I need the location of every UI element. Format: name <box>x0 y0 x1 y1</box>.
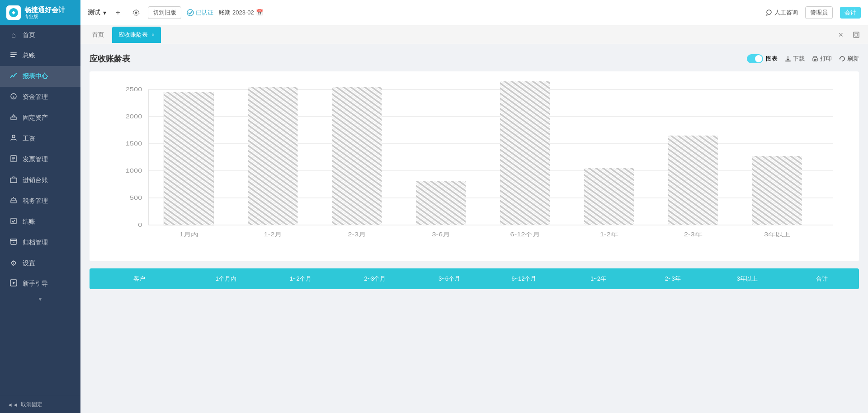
sidebar-item-ledger[interactable]: 总账 <box>0 45 80 66</box>
tab-home[interactable]: 首页 <box>86 27 110 43</box>
print-btn[interactable]: 打印 <box>812 55 832 63</box>
content-inner: 应收账龄表 图表 下载 <box>80 44 868 413</box>
toggle-track[interactable] <box>747 54 763 63</box>
page-title: 应收账龄表 <box>90 53 130 64</box>
tab-aging-report[interactable]: 应收账龄表 × <box>112 27 161 43</box>
svg-text:0: 0 <box>138 222 142 228</box>
calendar-icon[interactable]: 📅 <box>256 9 263 16</box>
sidebar-item-tax[interactable]: 税务管理 <box>0 191 80 211</box>
svg-text:3年以上: 3年以上 <box>764 231 790 237</box>
sidebar-item-funds[interactable]: ¥ 资金管理 <box>0 87 80 108</box>
svg-text:1-2月: 1-2月 <box>264 231 282 237</box>
download-btn[interactable]: 下载 <box>785 55 805 63</box>
col-2-3m: 2~3个月 <box>338 268 412 289</box>
refresh-btn[interactable]: 刷新 <box>839 55 859 63</box>
closing-icon <box>9 217 18 226</box>
chart-toggle[interactable]: 图表 <box>747 54 778 63</box>
add-project-btn[interactable]: + <box>112 6 124 19</box>
sidebar-item-settings[interactable]: ⚙ 设置 <box>0 253 80 273</box>
sidebar-item-label: 总账 <box>23 52 35 60</box>
project-name: 测试 <box>88 9 100 17</box>
svg-text:2-3年: 2-3年 <box>684 231 702 237</box>
svg-rect-47 <box>416 181 466 225</box>
old-version-btn[interactable]: 切到旧版 <box>148 6 181 19</box>
sidebar-item-label: 设置 <box>23 259 35 268</box>
download-label: 下载 <box>793 55 805 63</box>
svg-text:2-3月: 2-3月 <box>348 231 366 237</box>
sidebar-item-closing[interactable]: 结账 <box>0 211 80 232</box>
svg-text:1月内: 1月内 <box>179 231 198 237</box>
cancel-fixed-label: 取消固定 <box>21 401 42 408</box>
bar-chart: 0 500 1000 1500 2000 2500 <box>99 80 845 252</box>
sidebar-item-invoice[interactable]: 发票管理 <box>0 149 80 170</box>
inventory-icon <box>9 176 18 185</box>
svg-rect-48 <box>500 81 550 225</box>
svg-point-23 <box>767 10 771 14</box>
sidebar-item-label: 工资 <box>23 135 35 143</box>
role-btn[interactable]: 会计 <box>840 7 861 19</box>
svg-rect-46 <box>332 87 382 225</box>
sidebar-item-archive[interactable]: 归档管理 <box>0 232 80 253</box>
svg-marker-20 <box>13 282 15 284</box>
tabs-bar: 首页 应收账龄表 × ✕ <box>80 25 868 44</box>
sidebar-item-label: 发票管理 <box>23 155 48 164</box>
svg-text:1000: 1000 <box>126 168 142 174</box>
sidebar-item-reports[interactable]: 报表中心 <box>0 66 80 87</box>
sidebar-item-inventory[interactable]: 进销台账 <box>0 170 80 191</box>
svg-rect-3 <box>10 56 15 57</box>
toggle-thumb <box>755 55 762 62</box>
tab-maximize-btn[interactable] <box>850 28 863 41</box>
svg-rect-1 <box>10 52 17 53</box>
sidebar-item-label: 固定资产 <box>23 114 48 122</box>
period-label: 账期 <box>219 9 231 17</box>
svg-rect-26 <box>785 61 791 61</box>
chart-toggle-label: 图表 <box>766 55 778 63</box>
svg-rect-45 <box>248 87 297 225</box>
svg-text:1-2年: 1-2年 <box>600 231 618 237</box>
scroll-indicator-down: ▼ <box>0 294 80 304</box>
sidebar-item-label: 归档管理 <box>23 239 48 247</box>
svg-rect-28 <box>814 59 816 60</box>
funds-icon: ¥ <box>9 93 18 102</box>
svg-text:6-12个月: 6-12个月 <box>510 231 539 237</box>
sidebar-item-label: 进销台账 <box>23 176 48 184</box>
app-name: 畅捷通好会计 <box>24 6 65 14</box>
sidebar-item-label: 报表中心 <box>23 72 48 80</box>
svg-text:500: 500 <box>130 195 142 201</box>
certified-badge: 已认证 <box>187 9 213 17</box>
tab-home-label: 首页 <box>92 31 104 39</box>
svg-rect-6 <box>11 117 16 120</box>
invoice-icon <box>9 155 18 164</box>
project-selector[interactable]: 测试 ▾ <box>88 9 106 17</box>
svg-text:3-6月: 3-6月 <box>432 231 450 237</box>
consult-btn[interactable]: 人工咨询 <box>765 9 798 17</box>
ledger-icon <box>9 51 18 60</box>
svg-rect-25 <box>855 33 858 36</box>
home-icon: ⌂ <box>9 31 18 39</box>
sidebar: 畅捷通好会计 专业版 ⌂ 首页 总账 报表中心 <box>0 0 80 413</box>
tab-close-window-btn[interactable]: ✕ <box>835 28 847 41</box>
topbar: 测试 ▾ + 切到旧版 已认证 账期 2023-02 📅 <box>80 0 868 25</box>
sidebar-item-salary[interactable]: 工资 <box>0 128 80 149</box>
svg-rect-13 <box>11 200 16 203</box>
aging-table: 客户 1个月内 1~2个月 2~3个月 3~6个月 6~12个月 1~2年 2~… <box>90 268 859 289</box>
tab-aging-label: 应收账龄表 <box>118 31 148 39</box>
svg-rect-15 <box>11 218 16 224</box>
chart-container: 0 500 1000 1500 2000 2500 <box>90 71 859 261</box>
sidebar-item-assets[interactable]: 固定资产 <box>0 108 80 128</box>
sidebar-item-label: 结账 <box>23 218 35 226</box>
svg-rect-44 <box>164 92 214 225</box>
settings-btn[interactable] <box>130 6 142 19</box>
svg-rect-2 <box>10 54 17 55</box>
svg-point-7 <box>12 135 15 138</box>
sidebar-item-guide[interactable]: 新手引导 <box>0 273 80 294</box>
sidebar-item-home[interactable]: ⌂ 首页 <box>0 25 80 45</box>
table-header: 客户 1个月内 1~2个月 2~3个月 3~6个月 6~12个月 1~2年 2~… <box>90 268 859 289</box>
app-edition: 专业版 <box>24 14 65 19</box>
user-btn[interactable]: 管理员 <box>805 6 833 19</box>
cancel-fixed-btn[interactable]: ◄◄ 取消固定 <box>0 396 80 413</box>
sidebar-logo: 畅捷通好会计 专业版 <box>0 0 80 25</box>
tab-close-btn[interactable]: × <box>151 32 155 38</box>
col-1m: 1个月内 <box>189 268 264 289</box>
svg-rect-49 <box>584 168 634 225</box>
